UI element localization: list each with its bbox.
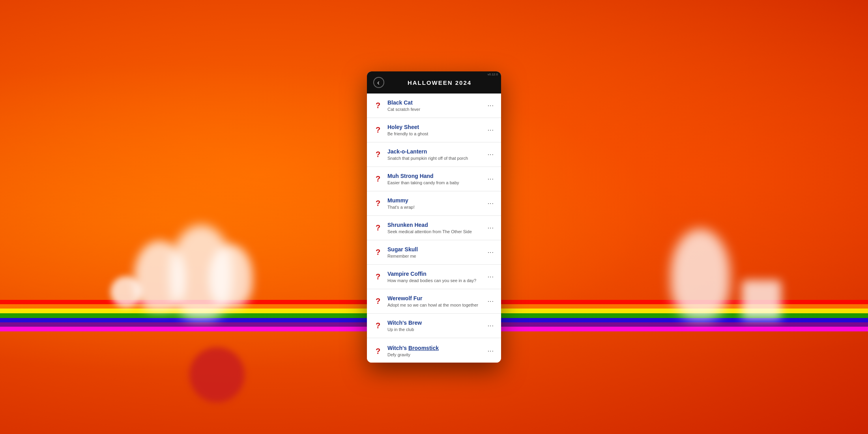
item-subtitle-shrunken-head: Seek medical attention from The Other Si…	[387, 229, 486, 234]
status-bar: v0.12.0	[488, 73, 498, 76]
back-button[interactable]	[373, 77, 384, 88]
item-menu-werewolf-fur[interactable]: ···	[486, 297, 496, 306]
item-menu-vampire-coffin[interactable]: ···	[486, 273, 496, 281]
question-icon-black-cat: ?	[372, 101, 383, 110]
item-menu-black-cat[interactable]: ···	[486, 101, 496, 110]
item-subtitle-black-cat: Cat scratch fever	[387, 107, 486, 112]
question-icon-muh-strong-hand: ?	[372, 174, 383, 183]
question-icon-werewolf-fur: ?	[372, 297, 383, 306]
item-menu-witchs-brew[interactable]: ···	[486, 322, 496, 330]
item-subtitle-witchs-brew: Up in the club	[387, 327, 486, 332]
item-subtitle-muh-strong-hand: Easier than taking candy from a baby	[387, 180, 486, 185]
item-subtitle-witchs-broomstick: Defy gravity	[387, 352, 486, 357]
list-item-jack-o-lantern[interactable]: ?Jack-o-LanternSnatch that pumpkin right…	[367, 142, 501, 167]
item-subtitle-sugar-skull: Remember me	[387, 253, 486, 259]
ghost-figure-6	[742, 280, 781, 320]
question-icon-holey-sheet: ?	[372, 125, 383, 135]
header-title: HALLOWEEN 2024	[384, 79, 495, 86]
item-title-jack-o-lantern: Jack-o-Lantern	[387, 148, 486, 155]
list-item-vampire-coffin[interactable]: ?Vampire CoffinHow many dead bodies can …	[367, 265, 501, 289]
item-content-black-cat: Black CatCat scratch fever	[387, 99, 486, 112]
ghost-figure-5	[671, 229, 730, 320]
ghost-figure-4	[209, 245, 253, 308]
item-menu-shrunken-head[interactable]: ···	[486, 224, 496, 232]
item-title-black-cat: Black Cat	[387, 99, 486, 106]
list-item-witchs-broomstick[interactable]: ?Witch's BroomstickDefy gravity···	[367, 338, 501, 363]
list-item-sugar-skull[interactable]: ?Sugar SkullRemember me···	[367, 240, 501, 265]
item-content-jack-o-lantern: Jack-o-LanternSnatch that pumpkin right …	[387, 148, 486, 161]
item-subtitle-vampire-coffin: How many dead bodies can you see in a da…	[387, 278, 486, 283]
question-icon-witchs-brew: ?	[372, 321, 383, 330]
item-title-witchs-brew: Witch's Brew	[387, 319, 486, 326]
list-item-witchs-brew[interactable]: ?Witch's BrewUp in the club···	[367, 314, 501, 338]
item-title-sugar-skull: Sugar Skull	[387, 246, 486, 253]
item-menu-jack-o-lantern[interactable]: ···	[486, 150, 496, 159]
item-menu-witchs-broomstick[interactable]: ···	[486, 347, 496, 355]
list-container[interactable]: ?Black CatCat scratch fever···?Holey She…	[367, 94, 501, 363]
item-title-muh-strong-hand: Muh Strong Hand	[387, 172, 486, 180]
clock-circle	[189, 347, 245, 402]
list-item-black-cat[interactable]: ?Black CatCat scratch fever···	[367, 94, 501, 118]
question-icon-vampire-coffin: ?	[372, 272, 383, 281]
item-subtitle-jack-o-lantern: Snatch that pumpkin right off of that po…	[387, 155, 486, 161]
list-item-muh-strong-hand[interactable]: ?Muh Strong HandEasier than taking candy…	[367, 167, 501, 191]
item-title-witchs-broomstick: Witch's Broomstick	[387, 344, 486, 352]
item-title-holey-sheet: Holey Sheet	[387, 123, 486, 131]
item-content-sugar-skull: Sugar SkullRemember me	[387, 246, 486, 259]
question-icon-sugar-skull: ?	[372, 248, 383, 257]
item-content-witchs-brew: Witch's BrewUp in the club	[387, 319, 486, 332]
phone-header: v0.12.0 HALLOWEEN 2024	[367, 71, 501, 94]
question-icon-mummy: ?	[372, 199, 383, 208]
item-subtitle-mummy: That's a wrap!	[387, 204, 486, 210]
item-content-shrunken-head: Shrunken HeadSeek medical attention from…	[387, 221, 486, 234]
list-item-holey-sheet[interactable]: ?Holey SheetBe friendly to a ghost···	[367, 118, 501, 142]
question-icon-jack-o-lantern: ?	[372, 150, 383, 159]
item-content-mummy: MummyThat's a wrap!	[387, 197, 486, 210]
item-menu-holey-sheet[interactable]: ···	[486, 126, 496, 135]
item-subtitle-holey-sheet: Be friendly to a ghost	[387, 131, 486, 137]
item-title-werewolf-fur: Werewolf Fur	[387, 295, 486, 302]
question-icon-shrunken-head: ?	[372, 223, 383, 232]
item-content-witchs-broomstick: Witch's BroomstickDefy gravity	[387, 344, 486, 357]
item-title-vampire-coffin: Vampire Coffin	[387, 270, 486, 277]
list-item-werewolf-fur[interactable]: ?Werewolf FurAdopt me so we can howl at …	[367, 289, 501, 314]
item-content-werewolf-fur: Werewolf FurAdopt me so we can howl at t…	[387, 295, 486, 308]
item-subtitle-werewolf-fur: Adopt me so we can howl at the moon toge…	[387, 302, 486, 308]
item-title-mummy: Mummy	[387, 197, 486, 204]
item-content-muh-strong-hand: Muh Strong HandEasier than taking candy …	[387, 172, 486, 185]
item-content-vampire-coffin: Vampire CoffinHow many dead bodies can y…	[387, 270, 486, 283]
item-title-shrunken-head: Shrunken Head	[387, 221, 486, 228]
list-item-mummy[interactable]: ?MummyThat's a wrap!···	[367, 191, 501, 216]
phone-container: v0.12.0 HALLOWEEN 2024 ?Black CatCat scr…	[367, 71, 501, 363]
item-menu-muh-strong-hand[interactable]: ···	[486, 175, 496, 183]
item-menu-mummy[interactable]: ···	[486, 199, 496, 208]
question-icon-witchs-broomstick: ?	[372, 347, 383, 356]
list-item-shrunken-head[interactable]: ?Shrunken HeadSeek medical attention fro…	[367, 216, 501, 240]
item-content-holey-sheet: Holey SheetBe friendly to a ghost	[387, 123, 486, 137]
item-menu-sugar-skull[interactable]: ···	[486, 248, 496, 257]
